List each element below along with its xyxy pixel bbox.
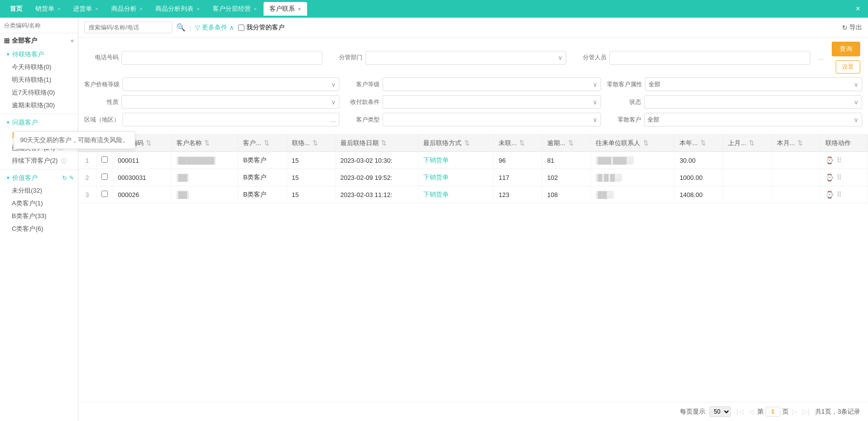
more-btn-1[interactable]: … [816,54,826,61]
price-tier-select[interactable]: ∨ [122,77,339,91]
col-this-year[interactable]: 本年... ⇅ [675,135,723,152]
sidebar-search-input[interactable] [4,22,77,29]
row-2-contact-icon[interactable]: ⌚ [825,173,834,181]
declining-info-icon: ⓘ [61,158,67,164]
tab-customer-contact[interactable]: 客户联系 × [264,2,307,16]
gender-select[interactable]: ∨ [121,95,339,109]
dept-select[interactable]: ∨ [365,51,566,65]
row-3-last-method[interactable]: 下销货单 [418,186,494,203]
sidebar-item-ungrouped[interactable]: 未分组(32) [0,184,78,197]
col-name[interactable]: 客户名称 ⇅ [171,135,238,152]
sidebar-item-type-b[interactable]: B类客户(33) [0,210,78,223]
my-customers-checkbox[interactable]: 我分管的客户 [238,23,285,32]
col-overdue[interactable]: 逾期... ⇅ [542,135,591,152]
row-1-checkbox[interactable] [101,156,108,163]
collapse-icon[interactable]: « [71,37,74,44]
customer-type-chevron-icon: ∨ [593,116,598,124]
row-3-checkbox[interactable] [101,191,108,197]
tab-goods-analysis-list[interactable]: 商品分析列表 × [149,2,205,16]
next-page-btn[interactable]: ▷ [791,408,799,416]
row-checkbox-1[interactable] [96,152,113,169]
col-contact[interactable]: 联络... ⇅ [287,135,335,152]
row-3-contact-icon[interactable]: ⌚ [825,191,834,198]
tab-home[interactable]: 首页 [4,2,28,16]
tab-goods-analysis-close[interactable]: × [140,6,143,12]
zero-attr-label: 零散客户属性 [607,80,642,89]
payment-select[interactable]: ∨ [383,95,601,109]
filter-search-icon[interactable]: 🔍 [176,23,186,32]
my-customers-label: 我分管的客户 [246,23,285,32]
tab-sales-close[interactable]: × [57,6,60,12]
sidebar-all-customers[interactable]: ⊞ 全部客户 « [0,33,78,48]
edit-icon[interactable]: ✎ [69,174,74,181]
row-2-last-method[interactable]: 下销货单 [418,169,494,186]
close-all-tabs[interactable]: × [852,4,864,13]
row-checkbox-3[interactable] [96,186,113,203]
export-btn[interactable]: ↻ 导出 [842,23,862,32]
tab-purchase[interactable]: 进货单 × [67,2,104,16]
adv-filter-row-2: 客户价格等级 ∨ 客户等级 ∨ 零散客户属性 全部 [84,77,862,91]
tab-sales[interactable]: 销货单 × [29,2,66,16]
customer-type-field: 客户类型 ∨ [345,113,601,126]
first-page-btn[interactable]: |◁ [735,408,745,416]
sidebar-item-declining[interactable]: 持续下滑客户(2) ⓘ [0,154,78,167]
my-customers-check[interactable] [238,25,244,31]
col-last-date[interactable]: 最后联络日期 ⇅ [335,135,418,152]
row-1-method-link[interactable]: 下销货单 [423,156,449,164]
tab-purchase-close[interactable]: × [95,6,98,12]
row-3-method-link[interactable]: 下销货单 [423,191,449,198]
tab-goods-analysis-list-close[interactable]: × [196,6,199,12]
customer-tier-chevron-icon: ∨ [593,81,598,88]
tab-customer-layer[interactable]: 客户分层经营 × [207,2,263,16]
sidebar-group-value-customers[interactable]: ▼ 价值客户 ↻ ✎ [0,172,78,184]
row-3-actions: ⌚ ⠿ [820,186,868,203]
settings-button[interactable]: 设置 [836,60,860,74]
row-1-contact-icon[interactable]: ⌚ [825,156,834,164]
region-select[interactable]: … [122,113,339,126]
sidebar-item-type-c[interactable]: C类客户(6) [0,223,78,235]
sidebar-item-type-a[interactable]: A类客户(1) [0,197,78,210]
sidebar-group-label-problem: 问题客户 [12,118,38,127]
phone-input[interactable] [121,51,322,65]
refresh-icon[interactable]: ↻ [62,174,67,181]
row-2-contact: 15 [287,169,335,186]
zero-attr-select[interactable]: 全部 ∨ [645,77,862,91]
prev-page-btn[interactable]: ◁ [747,408,755,416]
filter-search-input[interactable] [84,22,172,33]
col-this-month[interactable]: 本月... ⇅ [772,135,820,152]
row-2-checkbox[interactable] [101,173,108,180]
tab-customer-layer-close[interactable]: × [254,6,257,12]
row-2-more-icon[interactable]: ⠿ [837,173,842,181]
table-row: 1 000011 ████████ B类客户 15 2023-03-02 10:… [78,152,868,169]
sidebar-item-week-pending[interactable]: 近7天待联络(0) [0,86,78,99]
col-last-month[interactable]: 上月... ⇅ [723,135,772,152]
row-3-more-icon[interactable]: ⠿ [837,191,842,198]
row-1-last-month [723,152,772,169]
customer-type-select[interactable]: ∨ [383,113,601,126]
zero-customer-select[interactable]: 全部 ∨ [644,113,862,126]
manager-select[interactable] [609,51,810,65]
col-type[interactable]: 客户... ⇅ [238,135,287,152]
customer-tier-select[interactable]: ∨ [383,77,601,91]
row-checkbox-2[interactable] [96,169,113,186]
per-page-select[interactable]: 50 [709,406,731,417]
sidebar-item-today-pending[interactable]: 今天待联络(0) [0,61,78,74]
current-page-num[interactable]: 1 [766,407,780,417]
row-2-method-link[interactable]: 下销货单 [423,173,449,181]
sidebar-group-pending-contact[interactable]: ▼ 待联络客户 [0,48,78,61]
last-page-btn[interactable]: ▷| [801,408,811,416]
more-conditions-btn[interactable]: ▽ 更多条件 ∧ [195,23,234,32]
sidebar-item-overdue[interactable]: 逾期未联络(30) [0,99,78,112]
col-contact-person[interactable]: 往来单位联系人 ⇅ [591,135,675,152]
status-select[interactable]: ∨ [644,95,862,109]
col-no-contact[interactable]: 未联... ⇅ [493,135,542,152]
sidebar-group-problem-customers[interactable]: ▼ 问题客户 [0,116,78,129]
sidebar-item-tomorrow-pending[interactable]: 明天待联络(1) [0,74,78,86]
row-1-last-method[interactable]: 下销货单 [418,152,494,169]
row-3-overdue: 108 [542,186,591,203]
tab-customer-contact-close[interactable]: × [298,6,301,12]
query-button[interactable]: 查询 [832,42,860,56]
row-1-more-icon[interactable]: ⠿ [837,156,842,164]
tab-goods-analysis[interactable]: 商品分析 × [105,2,148,16]
col-last-method[interactable]: 最后联络方式 ⇅ [418,135,494,152]
